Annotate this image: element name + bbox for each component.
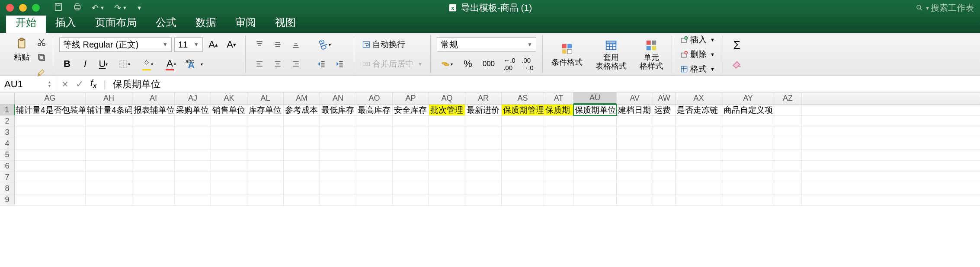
col-header-AN[interactable]: AN [320, 92, 356, 104]
cell-AX3[interactable] [676, 127, 722, 138]
cut-icon[interactable] [36, 37, 47, 50]
cell-AP7[interactable] [393, 172, 429, 183]
cell-AG1[interactable]: 辅计量4是否包装单位 [15, 105, 86, 115]
fill-color-button[interactable]: ▾ [137, 57, 158, 71]
cell-AY5[interactable] [722, 149, 774, 160]
cell-AR4[interactable] [465, 138, 502, 149]
col-header-AJ[interactable]: AJ [175, 92, 211, 104]
cell-AJ7[interactable] [175, 172, 211, 183]
cell-AW8[interactable] [653, 183, 676, 194]
orientation-button[interactable]: ab▾ [314, 37, 335, 52]
cell-AL2[interactable] [247, 116, 284, 127]
cell-AP9[interactable] [393, 194, 429, 205]
cell-AU8[interactable] [573, 183, 617, 194]
cell-AI8[interactable] [132, 183, 175, 194]
cell-AX1[interactable]: 是否走冻链 [676, 105, 722, 115]
cell-AI4[interactable] [132, 138, 175, 149]
cell-AO4[interactable] [356, 138, 393, 149]
cell-AN3[interactable] [320, 127, 356, 138]
cell-AO6[interactable] [356, 161, 393, 172]
cell-AZ3[interactable] [774, 127, 802, 138]
cell-AP8[interactable] [393, 183, 429, 194]
cell-AW6[interactable] [653, 161, 676, 172]
cell-AN8[interactable] [320, 183, 356, 194]
cell-AK1[interactable]: 销售单位 [211, 105, 247, 115]
cell-AJ8[interactable] [175, 183, 211, 194]
col-header-AG[interactable]: AG [15, 92, 86, 104]
row-header-5[interactable]: 5 [0, 149, 15, 160]
cell-AK4[interactable] [211, 138, 247, 149]
cell-AZ6[interactable] [774, 161, 802, 172]
row-header-2[interactable]: 2 [0, 116, 15, 127]
cell-AR7[interactable] [465, 172, 502, 183]
wrap-text-button[interactable]: 自动换行 [360, 38, 407, 51]
cell-AR3[interactable] [465, 127, 502, 138]
cell-AO5[interactable] [356, 149, 393, 160]
cell-AY9[interactable] [722, 194, 774, 205]
cell-AG4[interactable] [15, 138, 86, 149]
cell-AV9[interactable] [617, 194, 653, 205]
cell-AM1[interactable]: 参考成本 [284, 105, 320, 115]
cell-AK7[interactable] [211, 172, 247, 183]
row-header-7[interactable]: 7 [0, 172, 15, 183]
cell-AV1[interactable]: 建档日期 [617, 105, 653, 115]
col-header-AQ[interactable]: AQ [429, 92, 465, 104]
cell-AV3[interactable] [617, 127, 653, 138]
cell-AY2[interactable] [722, 116, 774, 127]
cell-AX4[interactable] [676, 138, 722, 149]
cell-AN7[interactable] [320, 172, 356, 183]
col-header-AI[interactable]: AI [132, 92, 175, 104]
cell-AU5[interactable] [573, 149, 617, 160]
confirm-formula-icon[interactable]: ✓ [76, 79, 83, 90]
cell-AI2[interactable] [132, 116, 175, 127]
cell-AM4[interactable] [284, 138, 320, 149]
cell-AH5[interactable] [86, 149, 132, 160]
row-header-6[interactable]: 6 [0, 161, 15, 172]
number-format-combo[interactable]: 常规▼ [437, 37, 536, 52]
cell-AH7[interactable] [86, 172, 132, 183]
cell-AP3[interactable] [393, 127, 429, 138]
cell-AX9[interactable] [676, 194, 722, 205]
col-header-AY[interactable]: AY [722, 92, 774, 104]
italic-button[interactable]: I [77, 57, 93, 71]
col-header-AT[interactable]: AT [544, 92, 573, 104]
format-as-table-button[interactable]: 套用 表格格式 [593, 37, 629, 72]
cell-AJ6[interactable] [175, 161, 211, 172]
cell-AJ2[interactable] [175, 116, 211, 127]
cell-AL1[interactable]: 库存单位 [247, 105, 284, 115]
cell-AV2[interactable] [617, 116, 653, 127]
close-window-button[interactable] [6, 4, 14, 12]
cell-AX2[interactable] [676, 116, 722, 127]
cell-AT6[interactable] [544, 161, 573, 172]
cell-AO1[interactable]: 最高库存 [356, 105, 393, 115]
cancel-formula-icon[interactable]: ✕ [61, 79, 69, 89]
cell-AH2[interactable] [86, 116, 132, 127]
col-header-AZ[interactable]: AZ [774, 92, 802, 104]
name-box-stepper[interactable]: ▲▼ [48, 80, 51, 88]
cell-AX8[interactable] [676, 183, 722, 194]
phonetic-button[interactable]: abcA▾ [184, 57, 205, 71]
maximize-window-button[interactable] [32, 4, 40, 12]
cell-AL7[interactable] [247, 172, 284, 183]
cell-AZ5[interactable] [774, 149, 802, 160]
cell-AJ1[interactable]: 采购单位 [175, 105, 211, 115]
cell-AX5[interactable] [676, 149, 722, 160]
cell-AQ8[interactable] [429, 183, 465, 194]
cell-AY4[interactable] [722, 138, 774, 149]
print-icon[interactable] [73, 2, 82, 14]
cell-AT4[interactable] [544, 138, 573, 149]
cell-AW5[interactable] [653, 149, 676, 160]
cell-AR2[interactable] [465, 116, 502, 127]
cell-AX7[interactable] [676, 172, 722, 183]
cell-AQ2[interactable] [429, 116, 465, 127]
cell-AM5[interactable] [284, 149, 320, 160]
cell-AI3[interactable] [132, 127, 175, 138]
merge-center-button[interactable]: 合并后居中▼ [360, 57, 424, 70]
col-header-AU[interactable]: AU [573, 92, 617, 104]
cell-AP5[interactable] [393, 149, 429, 160]
copy-icon[interactable] [36, 52, 47, 65]
cell-AU1[interactable]: 保质期单位 [573, 105, 617, 115]
row-header-8[interactable]: 8 [0, 183, 15, 194]
cell-AQ5[interactable] [429, 149, 465, 160]
cell-AL4[interactable] [247, 138, 284, 149]
